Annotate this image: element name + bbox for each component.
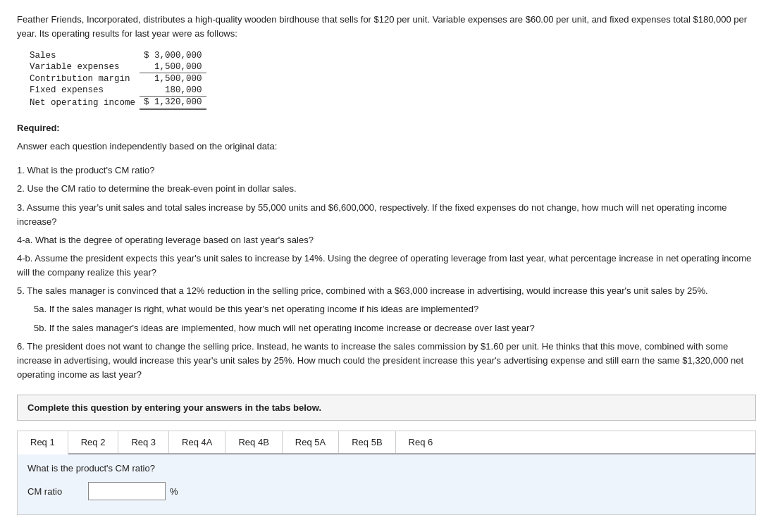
financial-row: Contribution margin1,500,000 <box>30 73 206 85</box>
financial-row: Fixed expenses180,000 <box>30 85 206 97</box>
financial-amount: 1,500,000 <box>140 61 206 73</box>
financial-table: Sales$ 3,000,000Variable expenses1,500,0… <box>30 50 206 110</box>
required-title: Required: <box>17 121 756 135</box>
pct-symbol: % <box>170 486 178 497</box>
intro-paragraph: Feather Friends, Incorporated, distribut… <box>17 13 756 40</box>
financial-amount: $ 1,320,000 <box>140 97 206 109</box>
cm-ratio-input[interactable] <box>88 482 166 500</box>
tab-req5a[interactable]: Req 5A <box>283 431 339 453</box>
question-item: 5. The sales manager is convinced that a… <box>17 284 756 298</box>
tab-question-label: What is the product's CM ratio? <box>27 463 746 474</box>
financial-label: Contribution margin <box>30 73 140 85</box>
tab-req2[interactable]: Req 2 <box>68 431 119 453</box>
financial-amount: 180,000 <box>140 85 206 97</box>
question-item: 5b. If the sales manager's ideas are imp… <box>34 321 756 335</box>
financial-amount: $ 3,000,000 <box>140 50 206 61</box>
tab-content: What is the product's CM ratio? CM ratio… <box>18 454 755 514</box>
financial-label: Sales <box>30 50 140 61</box>
financial-row: Variable expenses1,500,000 <box>30 61 206 73</box>
questions-block: 1. What is the product's CM ratio?2. Use… <box>17 163 756 382</box>
question-item: 4-b. Assume the president expects this y… <box>17 252 756 280</box>
tab-req4a[interactable]: Req 4A <box>169 431 225 453</box>
tab-req6[interactable]: Req 6 <box>396 431 446 453</box>
question-item: 6. The president does not want to change… <box>17 340 756 382</box>
question-item: 1. What is the product's CM ratio? <box>17 163 756 178</box>
tabs-row: Req 1Req 2Req 3Req 4AReq 4BReq 5AReq 5BR… <box>18 431 755 454</box>
cm-ratio-label: CM ratio <box>27 486 84 497</box>
financial-label: Net operating income <box>30 97 140 109</box>
question-item: 3. Assume this year's unit sales and tot… <box>17 201 756 229</box>
financial-label: Variable expenses <box>30 61 140 73</box>
required-subtitle: Answer each question independently based… <box>17 140 756 154</box>
complete-box: Complete this question by entering your … <box>17 395 756 421</box>
nav-buttons: < Req 1 Req 2 > <box>17 529 756 532</box>
tabs-container: Req 1Req 2Req 3Req 4AReq 4BReq 5AReq 5BR… <box>17 431 756 515</box>
question-item: 4-a. What is the degree of operating lev… <box>17 233 756 247</box>
question-item: 2. Use the CM ratio to determine the bre… <box>17 182 756 196</box>
financial-row: Net operating income$ 1,320,000 <box>30 97 206 109</box>
financial-amount: 1,500,000 <box>140 73 206 85</box>
tab-req5b[interactable]: Req 5B <box>339 431 395 453</box>
financial-row: Sales$ 3,000,000 <box>30 50 206 61</box>
tab-req3[interactable]: Req 3 <box>118 431 169 453</box>
financial-label: Fixed expenses <box>30 85 140 97</box>
question-item: 5a. If the sales manager is right, what … <box>34 302 756 316</box>
tab-req1[interactable]: Req 1 <box>18 431 68 454</box>
tab-req4b[interactable]: Req 4B <box>225 431 282 453</box>
